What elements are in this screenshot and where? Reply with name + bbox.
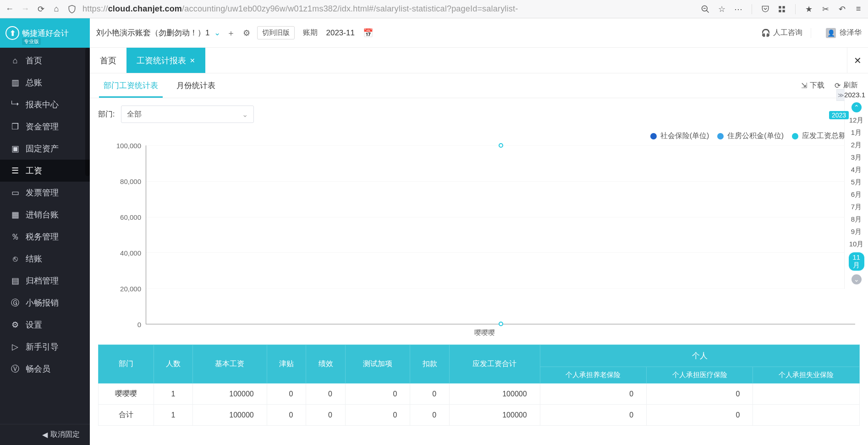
subtab-dept[interactable]: 部门工资统计表 [94,73,167,98]
sidebar-item-closing[interactable]: ⎋结账 [0,248,90,270]
ruler-month[interactable]: 4月 [849,166,864,174]
star-icon[interactable]: ☆ [717,4,727,14]
avatar-icon: 👤 [826,28,836,38]
sidebar-item-member[interactable]: Ⓥ畅会员 [0,358,90,380]
sidebar-scrollbar[interactable] [85,48,90,176]
ruler-month[interactable]: 9月 [849,228,864,236]
th-unemp[interactable]: 个人承担失业保险 [753,367,860,384]
user-menu[interactable]: 👤 徐泽华 [826,28,862,38]
download-icon: ⇲ [801,81,807,90]
sidebar-item-funds[interactable]: ❒资金管理 [0,116,90,138]
tab-home[interactable]: 首页 [90,48,126,73]
back-icon[interactable]: ← [5,4,15,14]
th-count[interactable]: 人数 [154,345,193,384]
th-deduct[interactable]: 扣款 [410,345,450,384]
sidebar-unpin[interactable]: ◀取消固定 [0,424,90,445]
th-test-add[interactable]: 测试加项 [345,345,410,384]
tab-salary-stats[interactable]: 工资统计报表 ✕ [126,48,205,73]
legend-item-gross[interactable]: 应发工资总额 [792,131,846,141]
settings-button[interactable]: ⚙ [242,28,252,38]
data-point-gross[interactable] [499,143,503,148]
legend-item-social[interactable]: 社会保险(单位) [650,131,709,141]
undo-icon[interactable]: ↶ [837,4,847,14]
table-row[interactable]: 嘤嘤嘤 1 100000 0 0 0 0 100000 0 0 [99,384,860,405]
th-group-personal[interactable]: 个人 [540,345,859,367]
sidebar-item-guide[interactable]: ▷新手引导 [0,336,90,358]
menu-icon[interactable]: ≡ [853,4,863,14]
add-account-button[interactable]: ＋ [226,28,236,38]
zoom-icon[interactable] [700,4,710,14]
ruler-month[interactable]: 1月 [849,128,864,137]
sidebar-item-label: 总账 [26,77,42,88]
ruler-up[interactable]: ⌃ [852,102,862,112]
account-name: 刘小艳演示账套（勿删勿动！）1 [96,28,209,38]
ruler-month[interactable]: 5月 [849,178,864,187]
ruler-header: 2023.1 [844,91,867,99]
ruler-expand[interactable]: ≫ [836,89,845,101]
url-bar[interactable]: https://cloud.chanjet.com/accounting/uw1… [82,4,695,14]
th-medical[interactable]: 个人承担医疗保险 [647,367,753,384]
ruler-month[interactable]: 6月 [849,190,864,199]
close-all-tabs[interactable]: ✕ [847,48,868,73]
th-dept[interactable]: 部门 [99,345,154,384]
close-icon[interactable]: ✕ [190,57,195,64]
sidebar-item-ledger[interactable]: ▥总账 [0,72,90,94]
sidebar-item-tax[interactable]: ％税务管理 [0,226,90,248]
ruler-month[interactable]: 3月 [849,153,864,162]
cell-unemp [753,384,860,405]
dept-select[interactable]: 全部 ⌄ [121,106,254,123]
ruler-month[interactable]: 10月 [849,240,864,249]
cell-test-add: 0 [345,384,410,405]
sidebar-item-expense[interactable]: Ⓖ小畅报销 [0,292,90,314]
home-icon[interactable]: ⌂ [51,4,61,14]
chart: 0 20,000 40,000 60,000 80,000 100,000 [109,145,860,338]
favorite-icon[interactable]: ★ [804,4,814,14]
period-value: 2023-11 [326,28,354,38]
th-gross[interactable]: 应发工资合计 [450,345,540,384]
sidebar-footer-label: 取消固定 [50,430,80,439]
sidebar-item-label: 新手引导 [26,341,59,352]
subtab-month[interactable]: 月份统计表 [167,73,225,98]
th-perf[interactable]: 绩效 [306,345,346,384]
account-selector[interactable]: 刘小艳演示账套（勿删勿动！）1 ⌄ [96,28,220,38]
sidebar-item-inventory[interactable]: ▦进销台账 [0,204,90,226]
sidebar-item-invoice[interactable]: ▭发票管理 [0,182,90,204]
cell-allow: 0 [267,405,306,426]
switch-old-button[interactable]: 切到旧版 [257,26,295,39]
ruler-month-current[interactable]: 11月 [849,252,864,271]
grid-icon[interactable] [777,4,787,14]
expense-icon: Ⓖ [10,298,20,308]
table-row-total[interactable]: 合计 1 100000 0 0 0 0 100000 0 0 [99,405,860,426]
chart-legend: 社会保险(单位) 住房公积金(单位) 应发工资总额 [101,128,860,145]
sidebar-item-reports[interactable]: ⮡报表中心 [0,94,90,116]
download-button[interactable]: ⇲下载 [801,81,824,90]
th-allow[interactable]: 津贴 [267,345,306,384]
ruler-month[interactable]: 2月 [849,141,864,150]
calendar-icon[interactable]: 📅 [363,28,373,38]
data-point-zero[interactable] [499,322,503,326]
legend-item-housing[interactable]: 住房公积金(单位) [717,131,784,141]
brand-name: 畅捷通好会计 [22,28,69,39]
th-pension[interactable]: 个人承担养老保险 [540,367,646,384]
shield-icon[interactable] [67,4,77,14]
support-link[interactable]: 🎧 人工咨询 [761,28,802,38]
logo[interactable]: ⬆ 畅捷通好会计 专业版 [0,18,90,48]
reload-icon[interactable]: ⟳ [36,4,46,14]
ruler-month[interactable]: 8月 [849,215,864,224]
ruler-month[interactable]: 12月 [849,116,864,125]
sidebar: ⬆ 畅捷通好会计 专业版 ⌂首页 ▥总账 ⮡报表中心 ❒资金管理 ▣固定资产 ☰… [0,18,90,445]
scissors-icon[interactable]: ✂ [820,4,830,14]
more-icon[interactable]: ⋯ [733,4,743,14]
sidebar-item-archive[interactable]: ▤归档管理 [0,270,90,292]
ruler-down[interactable]: ⌄ [852,274,862,284]
sidebar-item-settings[interactable]: ⚙设置 [0,314,90,336]
cell-dept: 嘤嘤嘤 [99,384,154,405]
forward-icon[interactable]: → [20,4,30,14]
sidebar-item-salary[interactable]: ☰工资 [0,160,90,182]
sidebar-item-assets[interactable]: ▣固定资产 [0,138,90,160]
sidebar-item-home[interactable]: ⌂首页 [0,50,90,72]
pocket-icon[interactable] [760,4,770,14]
ruler-month[interactable]: 7月 [849,203,864,211]
th-base[interactable]: 基本工资 [193,345,267,384]
ledger-icon: ▥ [10,78,20,88]
